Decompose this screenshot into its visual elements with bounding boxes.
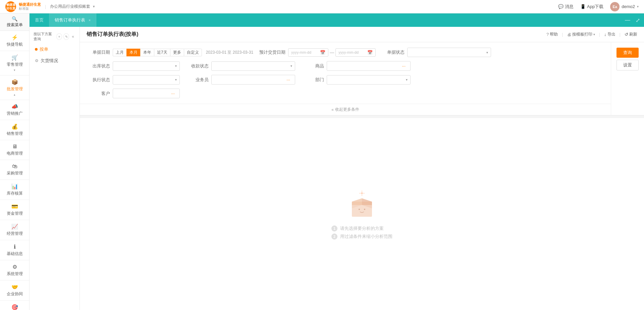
sidebar-item-sales[interactable]: 💰 销售管理 — [0, 120, 29, 140]
customer-select[interactable]: ··· — [113, 89, 180, 98]
outbound-select[interactable]: ▾ — [113, 61, 180, 71]
retail-arrow: ▾ — [14, 68, 15, 72]
settings-btn[interactable]: 设置 — [616, 60, 639, 70]
app-logo: 畅捷通好生意 — [5, 1, 16, 12]
sidebar-search[interactable]: 🔍 搜索菜单 — [0, 13, 29, 31]
print-dropdown-arrow[interactable]: ▾ — [593, 33, 595, 36]
product-label: 商品 — [301, 63, 324, 69]
date-tab-more[interactable]: 更多 — [170, 49, 184, 56]
system-title[interactable]: 办公用品行业模拟账套 — [50, 4, 90, 9]
wholesale-icon: 📦 — [11, 79, 18, 85]
svg-point-4 — [361, 192, 363, 194]
newbie-icon: 🎯 — [11, 304, 18, 310]
empty-num-2: 2 — [331, 234, 337, 240]
date-input-end[interactable]: yyyy-mm-dd 📅 — [335, 48, 376, 57]
sub-nav: 按以下方案查询 + ✎ « 按单 ⚙ 欠货情况 — [30, 27, 80, 310]
status-label: 单据状态 — [381, 49, 405, 55]
tab-sales-order-exec-label: 销售订单执行表 — [55, 17, 85, 23]
sidebar-item-newbie[interactable]: 🎯 新手引导 — [0, 301, 29, 310]
inner-layout: 按以下方案查询 + ✎ « 按单 ⚙ 欠货情况 — [30, 27, 644, 310]
empty-num-1: 1 — [331, 225, 337, 231]
filter-row-1: 单据日期 上月 本月 本年 近7天 更多 自定义 — [87, 48, 604, 57]
sidebar-item-inventory[interactable]: 📊 库存核算 — [0, 180, 29, 200]
sidebar-item-ecommerce[interactable]: 🖥 电商管理 — [0, 140, 29, 160]
product-more-btn[interactable]: ··· — [400, 63, 408, 69]
status-select-arrow: ▾ — [486, 51, 488, 54]
exec-select-arrow: ▾ — [175, 78, 177, 82]
sub-nav-item-label: 按单 — [40, 46, 48, 52]
product-select[interactable]: ··· — [327, 61, 411, 71]
customer-more-btn[interactable]: ··· — [169, 90, 177, 97]
sidebar-item-system[interactable]: ⚙ 系统管理 — [0, 260, 29, 280]
date-input-start[interactable]: yyyy-mm-dd 📅 — [288, 48, 328, 57]
collapse-btn[interactable]: « 收起更多条件 — [329, 106, 362, 113]
enterprise-icon: 🤝 — [11, 284, 18, 290]
dept-select[interactable]: ▾ — [327, 75, 411, 85]
query-btn[interactable]: 查询 — [616, 48, 639, 58]
help-link[interactable]: ? 帮助 — [546, 32, 558, 37]
sidebar-item-basic-info[interactable]: ℹ 基础信息 — [0, 240, 29, 260]
collection-select-arrow: ▾ — [290, 64, 292, 68]
filter-row-2: 出库状态 ▾ 收款状态 — [87, 61, 604, 71]
print-link[interactable]: 🖨 按模板打印 ▾ — [567, 32, 595, 37]
sub-nav-add-btn[interactable]: + — [56, 33, 62, 40]
exec-select[interactable]: ▾ — [113, 75, 180, 85]
message-icon: 💬 — [558, 4, 564, 9]
export-icon: ↓ — [604, 32, 606, 37]
app-edition: 标准版 — [19, 7, 41, 11]
salesperson-more-btn[interactable]: ··· — [284, 76, 292, 83]
sidebar-item-operations[interactable]: 📈 经营管理 — [0, 220, 29, 240]
message-btn[interactable]: 💬 消息 — [558, 4, 574, 10]
customer-label: 客户 — [87, 91, 110, 97]
user-profile[interactable]: Ea demo2 ▾ — [610, 2, 639, 11]
salesperson-select[interactable]: ··· — [211, 75, 295, 85]
empty-hint-1: 1 请先选择要分析的方案 — [331, 225, 392, 231]
collection-select[interactable]: ▾ — [211, 61, 295, 71]
page-title-bar: 销售订单执行表(按单) ? 帮助 | 🖨 按模板打印 ▾ | — [80, 27, 644, 42]
date-tab-custom[interactable]: 自定义 — [184, 49, 202, 56]
system-dropdown-arrow[interactable]: ▾ — [93, 4, 95, 9]
quick-nav-icon: ⚡ — [11, 34, 18, 41]
sidebar-item-quick-nav[interactable]: ⚡ 快捷导航 — [0, 31, 29, 51]
sidebar-item-wholesale[interactable]: 📦 批发管理 ▴ — [0, 75, 29, 100]
date-end-placeholder: yyyy-mm-dd — [338, 50, 359, 54]
tab-minimize-btn[interactable]: — — [624, 16, 632, 24]
sidebar-item-label: 库存核算 — [7, 191, 23, 196]
filter-group-expected-date: 预计交货日期 yyyy-mm-dd 📅 — yyyy-mm-d — [259, 48, 376, 57]
sidebar-item-marketing[interactable]: 📣 营销推广 — [0, 100, 29, 120]
sub-nav-collapse-btn[interactable]: « — [70, 34, 75, 40]
tab-home[interactable]: 首页 — [30, 13, 49, 27]
tab-maximize-btn[interactable]: ⤢ — [634, 16, 641, 25]
expected-date-label: 预计交货日期 — [259, 49, 285, 55]
app-download-btn[interactable]: 📱 App下载 — [580, 4, 603, 10]
sidebar-item-finance[interactable]: 💳 资金管理 — [0, 200, 29, 220]
sub-nav-item-by-order[interactable]: 按单 — [30, 44, 79, 55]
sidebar: 🔍 搜索菜单 ⚡ 快捷导航 🛒 零售管理 ▾ 📦 批发管理 ▴ 📣 营销推广 💰… — [0, 13, 30, 310]
sub-nav-edit-btn[interactable]: ✎ — [63, 33, 69, 40]
filter-group-date: 单据日期 上月 本月 本年 近7天 更多 自定义 — [87, 49, 253, 56]
collapse-icon: « — [331, 107, 334, 112]
outbound-label: 出库状态 — [87, 63, 110, 69]
export-link[interactable]: ↓ 导出 — [604, 32, 615, 37]
date-range-text: 2023-03-01 至 2023-03-31 — [206, 50, 253, 55]
sidebar-item-label: 营销推广 — [7, 111, 23, 116]
date-tab-last-7[interactable]: 近7天 — [154, 49, 170, 56]
tab-sales-order-exec[interactable]: 销售订单执行表 × — [49, 13, 96, 27]
date-tab-last-month[interactable]: 上月 — [113, 49, 126, 56]
sub-nav-item-label: 欠货情况 — [41, 58, 58, 64]
logo-area: 畅捷通好生意 畅捷通好生意 标准版 | 办公用品行业模拟账套 ▾ — [5, 1, 95, 12]
collapse-row: « 收起更多条件 — [80, 104, 611, 115]
sidebar-item-retail[interactable]: 🛒 零售管理 ▾ — [0, 51, 29, 75]
refresh-link[interactable]: ↺ 刷新 — [625, 32, 637, 37]
tab-close-btn[interactable]: × — [89, 18, 91, 22]
sub-nav-item-by-debt[interactable]: ⚙ 欠货情况 — [30, 55, 79, 66]
sidebar-item-enterprise[interactable]: 🤝 企业协同 — [0, 280, 29, 301]
tab-bar: 首页 销售订单执行表 × — ⤢ — [30, 13, 644, 27]
date-tab-this-year[interactable]: 本年 — [140, 49, 154, 56]
collection-label: 收款状态 — [185, 63, 209, 69]
sidebar-item-purchase[interactable]: 🛍 采购管理 — [0, 160, 29, 180]
calendar-end-icon: 📅 — [367, 50, 373, 55]
main-layout: 🔍 搜索菜单 ⚡ 快捷导航 🛒 零售管理 ▾ 📦 批发管理 ▴ 📣 营销推广 💰… — [0, 13, 644, 310]
status-select[interactable]: ▾ — [407, 48, 491, 57]
date-tab-this-month[interactable]: 本月 — [126, 49, 140, 56]
